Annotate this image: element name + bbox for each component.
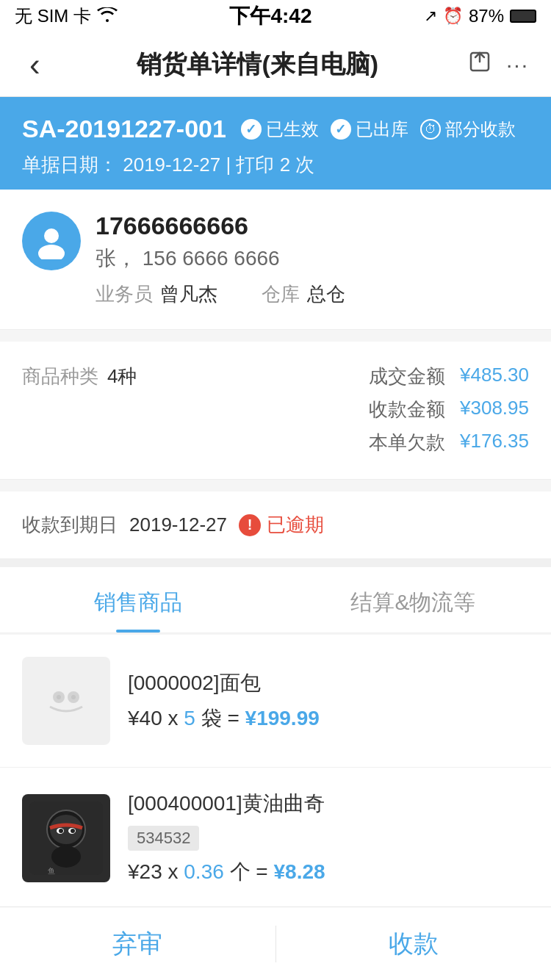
svg-point-5 (57, 695, 61, 699)
stats-right: 成交金额 ¥485.30 收款金额 ¥308.95 本单欠款 ¥176.35 (276, 364, 529, 464)
product-item-2: 鱼 [000400001]黄油曲奇 534532 ¥23 x 0.36 个 = … (0, 768, 551, 909)
customer-contact: 张， 156 6666 6666 (96, 245, 529, 273)
product-price-2: ¥23 x 0.36 个 = ¥8.28 (128, 858, 529, 886)
tab-logistics[interactable]: 结算&物流等 (276, 567, 551, 633)
customer-section: 17666666666 张， 156 6666 6666 业务员 曾凡杰 仓库 … (0, 190, 551, 330)
nav-bar: ‹ 销货单详情(来自电脑) ··· (0, 32, 551, 97)
wifi-icon (97, 6, 118, 26)
clock-icon: ⏱ (420, 119, 441, 140)
svg-point-13 (71, 829, 75, 833)
page-title: 销货单详情(来自电脑) (137, 48, 378, 82)
customer-meta: 业务员 曾凡杰 仓库 总仓 (96, 281, 529, 307)
product-item-1: [0000002]面包 ¥40 x 5 袋 = ¥199.99 (0, 635, 551, 768)
receipt-row: 收款金额 ¥308.95 (369, 397, 529, 422)
product-info-1: [0000002]面包 ¥40 x 5 袋 = ¥199.99 (128, 669, 529, 732)
battery-icon (510, 10, 536, 23)
status-time: 下午4:42 (229, 2, 311, 30)
badge-active: ✓ 已生效 (241, 118, 319, 141)
avatar (22, 212, 81, 270)
svg-point-1 (44, 228, 59, 243)
category-row: 商品种类 4种 (22, 364, 276, 389)
check-icon-1: ✓ (241, 119, 262, 140)
stats-section: 商品种类 4种 成交金额 ¥485.30 收款金额 ¥308.95 本单欠款 ¥… (0, 342, 551, 480)
location-icon: ↗ (424, 7, 437, 26)
product-sku-2: 534532 (128, 826, 199, 851)
svg-point-12 (59, 829, 63, 833)
tab-products[interactable]: 销售商品 (0, 567, 276, 633)
stats-left: 商品种类 4种 (22, 364, 276, 395)
battery-text: 87% (469, 6, 504, 26)
product-name-2: [000400001]黄油曲奇 (128, 790, 529, 818)
alarm-icon: ⏰ (443, 7, 463, 26)
status-right: ↗ ⏰ 87% (424, 6, 536, 26)
order-banner: SA-20191227-001 ✓ 已生效 ✓ 已出库 ⏱ 部分收款 单据日期：… (0, 97, 551, 190)
order-number: SA-20191227-001 (22, 115, 226, 143)
confirm-button[interactable]: 收款 (276, 927, 552, 961)
svg-point-2 (38, 245, 65, 259)
warehouse-meta: 仓库 总仓 (262, 281, 345, 307)
badge-shipped: ✓ 已出库 (331, 118, 408, 141)
product-name-1: [0000002]面包 (128, 669, 529, 697)
overdue-icon: ! (239, 514, 261, 536)
status-badges: ✓ 已生效 ✓ 已出库 ⏱ 部分收款 (241, 118, 516, 141)
product-list: [0000002]面包 ¥40 x 5 袋 = ¥199.99 (0, 635, 551, 909)
cancel-button[interactable]: 弃审 (0, 927, 276, 961)
product-price-1: ¥40 x 5 袋 = ¥199.99 (128, 705, 529, 732)
overdue-badge: ! 已逾期 (239, 512, 324, 538)
svg-text:鱼: 鱼 (48, 867, 55, 875)
bottom-bar: 弃审 收款 (0, 907, 551, 980)
order-date: 单据日期： 2019-12-27 | 打印 2 次 (22, 152, 529, 178)
more-icon[interactable]: ··· (506, 52, 529, 77)
back-button[interactable]: ‹ (22, 41, 48, 88)
product-thumb-1 (22, 657, 110, 745)
sales-meta: 业务员 曾凡杰 (96, 281, 217, 307)
status-left: 无 SIM 卡 (15, 4, 118, 28)
check-icon-2: ✓ (331, 119, 351, 140)
svg-point-9 (50, 815, 82, 844)
nav-actions: ··· (468, 50, 529, 79)
debt-row: 本单欠款 ¥176.35 (369, 430, 529, 455)
deal-row: 成交金额 ¥485.30 (369, 364, 529, 389)
customer-id: 17666666666 (96, 212, 529, 240)
svg-point-14 (51, 846, 81, 868)
product-thumb-2: 鱼 (22, 794, 110, 882)
signal-text: 无 SIM 卡 (15, 4, 91, 28)
status-bar: 无 SIM 卡 下午4:42 ↗ ⏰ 87% (0, 0, 551, 32)
due-date-section: 收款到期日 2019-12-27 ! 已逾期 (0, 491, 551, 567)
svg-point-6 (71, 695, 76, 699)
tabs-section: 销售商品 结算&物流等 (0, 567, 551, 633)
customer-info: 17666666666 张， 156 6666 6666 业务员 曾凡杰 仓库 … (96, 212, 529, 307)
share-icon[interactable] (468, 50, 491, 79)
product-info-2: [000400001]黄油曲奇 534532 ¥23 x 0.36 个 = ¥8… (128, 790, 529, 886)
badge-partial: ⏱ 部分收款 (420, 118, 516, 141)
